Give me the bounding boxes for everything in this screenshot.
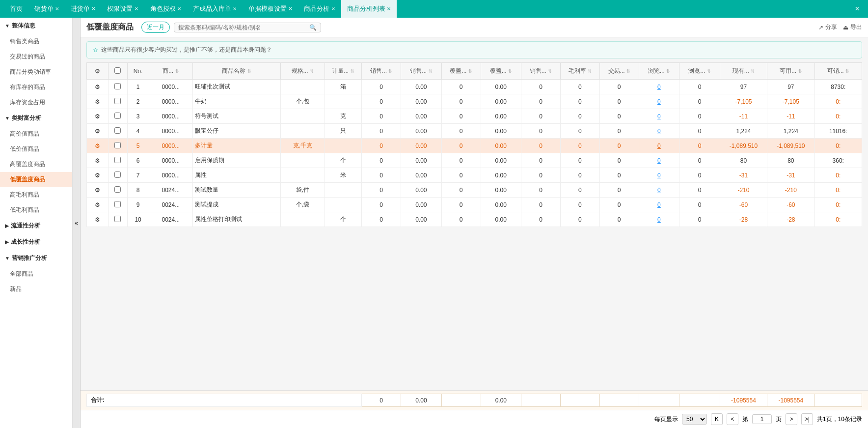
row-settings[interactable]: ⚙ <box>87 80 108 94</box>
time-filter-button[interactable]: 近一月 <box>141 22 170 33</box>
next-page-button[interactable]: > <box>786 413 797 425</box>
row-settings[interactable]: ⚙ <box>87 94 108 109</box>
sidebar-item-low-value[interactable]: 低价值商品 <box>0 142 72 157</box>
nav-inventory[interactable]: 产成品入库单 × <box>187 0 243 18</box>
nav-roles[interactable]: 角色授权 × <box>144 0 187 18</box>
page-size-select[interactable]: 50 20 100 200 <box>682 414 707 425</box>
row-checkbox[interactable] <box>108 168 128 183</box>
row-checkbox[interactable] <box>108 124 128 139</box>
row-settings[interactable]: ⚙ <box>87 139 108 153</box>
row-b1[interactable]: 0 <box>639 198 679 212</box>
sales1-col-header[interactable]: 销售... ⇅ <box>362 63 401 80</box>
settings-col-header[interactable]: ⚙ <box>87 63 108 80</box>
row-checkbox-input[interactable] <box>114 171 121 178</box>
row-b1[interactable]: 0 <box>639 168 679 183</box>
row-b1[interactable]: 0 <box>639 139 679 153</box>
row-settings[interactable]: ⚙ <box>87 124 108 139</box>
nav-sales[interactable]: 销货单 × <box>28 0 65 18</box>
sidebar-toggle-button[interactable]: « <box>73 18 81 428</box>
sidebar-section-wealth[interactable]: ▼ 类财富分析 <box>0 110 72 126</box>
row-checkbox[interactable] <box>108 153 128 168</box>
row-checkbox-input[interactable] <box>114 216 121 222</box>
row-checkbox-input[interactable] <box>114 157 121 163</box>
select-all-checkbox[interactable] <box>114 67 121 74</box>
cover1-col-header[interactable]: 覆盖... ⇅ <box>441 63 481 80</box>
row-settings[interactable]: ⚙ <box>87 153 108 168</box>
sellable-col-header[interactable]: 可销... ⇅ <box>814 63 862 80</box>
checkbox-col-header[interactable] <box>108 63 128 80</box>
no-col-header: No. <box>127 63 149 80</box>
row-checkbox[interactable] <box>108 94 128 109</box>
row-checkbox-input[interactable] <box>114 142 121 148</box>
nav-purchase[interactable]: 进货单 × <box>65 0 101 18</box>
row-checkbox-input[interactable] <box>114 83 121 89</box>
share-button[interactable]: ↗ 分享 <box>818 23 837 31</box>
search-input[interactable] <box>178 24 307 31</box>
row-b1[interactable]: 0 <box>639 153 679 168</box>
browse2-col-header[interactable]: 浏览... ⇅ <box>679 63 720 80</box>
row-b1[interactable]: 0 <box>639 183 679 198</box>
export-button[interactable]: ⏏ 导出 <box>843 23 862 31</box>
row-checkbox[interactable] <box>108 183 128 198</box>
row-checkbox[interactable] <box>108 139 128 153</box>
row-b1[interactable]: 0 <box>639 80 679 94</box>
cover2-col-header[interactable]: 覆盖... ⇅ <box>481 63 521 80</box>
sidebar-item-fund-usage[interactable]: 库存资金占用 <box>0 95 72 110</box>
sidebar-item-traded-goods[interactable]: 交易过的商品 <box>0 49 72 64</box>
sidebar-item-high-value[interactable]: 高价值商品 <box>0 126 72 142</box>
prev-page-button[interactable]: < <box>727 413 738 425</box>
sidebar-section-overall[interactable]: ▼ 整体信息 <box>0 18 72 34</box>
row-checkbox-input[interactable] <box>114 127 121 134</box>
row-b1[interactable]: 0 <box>639 94 679 109</box>
row-checkbox-input[interactable] <box>114 113 121 119</box>
sidebar-item-new-goods[interactable]: 新品 <box>0 282 72 297</box>
row-checkbox[interactable] <box>108 198 128 212</box>
nav-template[interactable]: 单据模板设置 × <box>243 0 298 18</box>
nav-analysis[interactable]: 商品分析 × <box>298 0 341 18</box>
sidebar-item-high-coverage[interactable]: 高覆盖度商品 <box>0 157 72 172</box>
sales2-col-header[interactable]: 销售... ⇅ <box>401 63 442 80</box>
name-col-header[interactable]: 商品名称 ⇅ <box>193 63 281 80</box>
current-page-input[interactable] <box>752 414 772 424</box>
row-checkbox[interactable] <box>108 212 128 227</box>
code-col-header[interactable]: 商... ⇅ <box>149 63 192 80</box>
spec-col-header[interactable]: 规格... ⇅ <box>281 63 325 80</box>
first-page-button[interactable]: K <box>711 413 723 425</box>
sidebar-item-all-goods[interactable]: 全部商品 <box>0 266 72 282</box>
row-b1[interactable]: 0 <box>639 212 679 227</box>
unit-col-header[interactable]: 计量... ⇅ <box>325 63 362 80</box>
browse1-col-header[interactable]: 浏览... ⇅ <box>639 63 679 80</box>
row-checkbox-input[interactable] <box>114 98 121 104</box>
sidebar-item-in-stock[interactable]: 有库存的商品 <box>0 80 72 95</box>
row-checkbox-input[interactable] <box>114 186 121 193</box>
nav-permissions[interactable]: 权限设置 × <box>101 0 144 18</box>
sidebar-section-marketing[interactable]: ▼ 营销推广分析 <box>0 250 72 266</box>
row-settings[interactable]: ⚙ <box>87 183 108 198</box>
trade-col-header[interactable]: 交易... ⇅ <box>599 63 639 80</box>
sidebar-section-growth[interactable]: ▶ 成长性分析 <box>0 234 72 250</box>
last-page-button[interactable]: >| <box>801 413 813 425</box>
row-settings[interactable]: ⚙ <box>87 198 108 212</box>
row-settings[interactable]: ⚙ <box>87 109 108 124</box>
gross-rate-col-header[interactable]: 毛利率 ⇅ <box>560 63 599 80</box>
window-close-button[interactable]: × <box>850 2 864 16</box>
row-checkbox[interactable] <box>108 109 128 124</box>
sidebar-item-low-coverage[interactable]: 低覆盖度商品 <box>0 172 72 187</box>
row-checkbox-input[interactable] <box>114 201 121 207</box>
sidebar-item-sales-goods[interactable]: 销售类商品 <box>0 34 72 49</box>
sidebar-item-category-rate[interactable]: 商品分类动销率 <box>0 64 72 80</box>
sidebar-item-low-profit[interactable]: 低毛利商品 <box>0 202 72 218</box>
current-col-header[interactable]: 现有... ⇅ <box>720 63 767 80</box>
table-row: ⚙ 4 0000... 眼宝公仔 只 0 0.00 0 0.00 0 0 0 0… <box>87 124 862 139</box>
nav-home[interactable]: 首页 <box>4 0 28 18</box>
row-b1[interactable]: 0 <box>639 109 679 124</box>
row-checkbox[interactable] <box>108 80 128 94</box>
row-settings[interactable]: ⚙ <box>87 168 108 183</box>
sidebar-section-liquidity[interactable]: ▶ 流通性分析 <box>0 218 72 234</box>
available-col-header[interactable]: 可用... ⇅ <box>767 63 814 80</box>
sidebar-item-high-profit[interactable]: 高毛利商品 <box>0 187 72 202</box>
row-b1[interactable]: 0 <box>639 124 679 139</box>
row-settings[interactable]: ⚙ <box>87 212 108 227</box>
sales3-col-header[interactable]: 销售... ⇅ <box>521 63 561 80</box>
nav-analysis-list[interactable]: 商品分析列表 × <box>341 0 397 18</box>
